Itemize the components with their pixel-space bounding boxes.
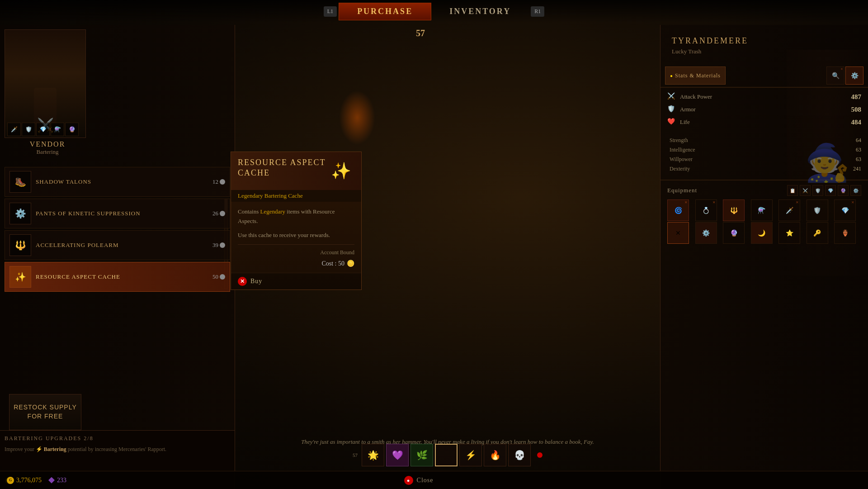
item-cost-cache: 50 <box>212 273 225 280</box>
skill-slot-6[interactable]: 🔥 <box>484 444 506 466</box>
gem-crystal-icon <box>48 477 55 484</box>
item-name-polearm: ACCELERATING POLEARM <box>36 242 212 249</box>
inv-slot[interactable]: 🔮 <box>723 222 745 244</box>
item-cost-polearm: 39 <box>212 242 225 249</box>
stats-materials-label: Stats & Materials <box>675 72 721 79</box>
inv-slot[interactable]: ⚙️ <box>695 222 717 244</box>
equip-icon-4: ⚗️ <box>51 123 64 136</box>
armor-icon: 🛡️ <box>667 105 676 114</box>
coin-icon-2 <box>220 211 225 216</box>
restock-supply-button[interactable]: Restock Supply for free <box>9 394 81 430</box>
action-indicator-dot <box>537 452 542 458</box>
gold-amount: 3,776,075 <box>16 477 42 484</box>
close-circle-icon: ● <box>404 476 413 485</box>
top-navigation-bar: L1 PURCHASE INVENTORY R1 <box>0 0 868 23</box>
vendor-subtitle-label: Bartering <box>5 148 90 156</box>
list-item-selected[interactable]: ✨ RESOURCE ASPECT CACHE 50 <box>5 262 230 292</box>
item-name-pants: PANTS OF KINETIC SUPPRESSION <box>36 210 212 217</box>
purchase-tab[interactable]: PURCHASE <box>339 3 431 20</box>
list-item[interactable]: 🥾 SHADOW TALONS 12 <box>5 167 230 197</box>
inv-slot[interactable]: ✕ <box>667 222 689 244</box>
vendor-portrait-area: ⚔️ 🗡️ 🛡️ 💎 ⚗️ 🔮 VENDOR Bartering <box>0 25 235 165</box>
close-button[interactable]: ● Close <box>404 476 434 485</box>
skill-slot-4[interactable] <box>435 444 458 466</box>
close-label: Close <box>417 477 434 484</box>
inv-slot[interactable]: 🔱 <box>723 199 745 221</box>
tooltip-item-icon: ✨ <box>327 157 354 185</box>
vendor-portrait-container: ⚔️ 🗡️ 🛡️ 💎 ⚗️ 🔮 VENDOR Bartering <box>5 29 90 160</box>
stats-dot: ● <box>670 73 673 78</box>
skill-slot-2[interactable]: 💜 <box>386 444 409 466</box>
gem-display: 233 <box>48 477 66 484</box>
tooltip-desc-prefix: Contains <box>238 208 260 215</box>
strength-label: Strength <box>670 137 688 144</box>
list-item[interactable]: ⚙️ PANTS OF KINETIC SUPPRESSION 26 <box>5 199 230 228</box>
vendor-portrait-box: ⚔️ 🗡️ 🛡️ 💎 ⚗️ 🔮 <box>5 29 86 138</box>
intelligence-label: Intelligence <box>670 147 695 153</box>
character-name: TYRANDEMERE <box>665 29 755 48</box>
tooltip-bound-label: Account Bound <box>238 249 354 256</box>
tooltip-divider <box>238 244 354 245</box>
tooltip-header: RESOURCE ASPECT CACHE ✨ <box>231 152 361 190</box>
attack-power-icon: ⚔️ <box>667 92 676 101</box>
buy-button-row[interactable]: ✕ Buy <box>231 273 361 290</box>
tooltip-legendary-text: Legendary <box>260 208 285 215</box>
tooltip-title: RESOURCE ASPECT CACHE <box>238 157 327 179</box>
r1-badge: R1 <box>531 6 544 17</box>
skill-slot-3[interactable]: 🌿 <box>410 444 433 466</box>
tooltip-cost-display: Cost : 50 🪙 <box>238 260 354 267</box>
item-tooltip-popup: RESOURCE ASPECT CACHE ✨ Legendary Barter… <box>231 152 362 290</box>
inv-slot[interactable]: ⚗️ <box>751 199 773 221</box>
currency-display: G 3,776,075 233 <box>7 477 66 484</box>
tooltip-type-label: Legendary Bartering Cache <box>231 190 361 202</box>
equipment-title: Equipment <box>667 187 697 194</box>
vendor-equip-icons: 🗡️ 🛡️ 💎 ⚗️ 🔮 <box>7 123 79 136</box>
gem-amount: 233 <box>57 477 66 484</box>
willpower-label: Willpower <box>670 156 693 163</box>
skill-level-badge: 57 <box>353 452 358 458</box>
item-cost-shadow-talons: 12 <box>212 178 225 185</box>
bartering-upgrades-title: BARTERING UPGRADES 2/8 <box>5 435 230 442</box>
inv-slot[interactable]: 🌙 <box>751 222 773 244</box>
item-icon-pants: ⚙️ <box>9 203 31 224</box>
list-item[interactable]: 🔱 ACCELERATING POLEARM 39 <box>5 230 230 260</box>
stats-materials-tab[interactable]: ● Stats & Materials <box>665 66 726 85</box>
skill-slot-1[interactable]: 🌟 <box>362 444 384 466</box>
skill-slot-7[interactable]: 💀 <box>508 444 531 466</box>
skill-slot-5[interactable]: ⚡ <box>459 444 482 466</box>
equip-icon-3: 💎 <box>36 123 50 136</box>
vendor-panel: ⚔️ 🗡️ 🛡️ 💎 ⚗️ 🔮 VENDOR Bartering 🥾 SHAD <box>0 25 235 489</box>
inventory-tab[interactable]: INVENTORY <box>431 3 529 20</box>
item-list-area: 🥾 SHADOW TALONS 12 ⚙️ PANTS OF KINETIC S… <box>5 167 230 298</box>
inv-slot[interactable]: 🌀 ✕ <box>667 199 689 221</box>
tooltip-cost-icon: 🪙 <box>347 260 354 267</box>
character-subtitle: Lucky Trash <box>665 48 755 60</box>
character-3d-model: 🧙 <box>787 50 868 276</box>
bartering-keyword: Bartering <box>44 446 66 452</box>
tooltip-description-2: Use this cache to receive your rewards. <box>238 231 354 240</box>
vendor-title-label: VENDOR <box>5 140 90 148</box>
skill-bar: 57 🌟 💜 🌿 ⚡ 🔥 💀 <box>235 442 660 469</box>
coin-icon-4 <box>220 274 225 280</box>
coin-icon-1 <box>220 179 225 185</box>
tooltip-body: Contains Legendary items with Resource A… <box>231 202 361 273</box>
slot-x-mark: ✕ <box>684 200 688 204</box>
item-name-shadow-talons: SHADOW TALONS <box>36 178 212 185</box>
fire-effect <box>339 90 375 145</box>
slot-x-mark: ✕ <box>712 200 716 204</box>
character-info: TYRANDEMERE Lucky Trash <box>665 29 755 60</box>
item-cost-pants: 26 <box>212 210 225 217</box>
item-icon-shadow-talons: 🥾 <box>9 171 31 193</box>
dexterity-label: Dexterity <box>670 166 690 172</box>
tooltip-desc-3: Use this cache to receive your rewards. <box>238 232 330 238</box>
center-hud-number: 57 <box>416 28 425 38</box>
tooltip-cost-label: Cost : 50 <box>321 260 344 267</box>
buy-x-icon: ✕ <box>238 277 247 286</box>
item-icon-cache: ✨ <box>9 266 31 288</box>
bartering-upgrades-desc: Improve your ⚡ Bartering potential by in… <box>5 446 230 453</box>
inv-slot[interactable]: 💍 ✕ <box>695 199 717 221</box>
tooltip-title-text: RESOURCE ASPECT CACHE <box>238 157 327 179</box>
gold-coin-icon: G <box>7 477 14 484</box>
buy-label: Buy <box>250 278 262 285</box>
l1-badge: L1 <box>324 6 337 17</box>
